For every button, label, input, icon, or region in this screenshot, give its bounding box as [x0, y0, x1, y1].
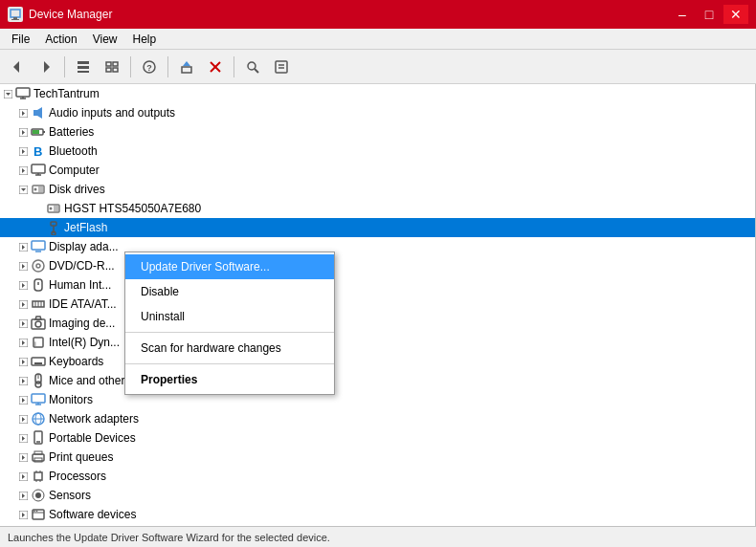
context-menu-disable[interactable]: Disable	[125, 279, 334, 304]
svg-marker-33	[22, 130, 25, 135]
help-button[interactable]: ?	[136, 54, 163, 80]
tree-item-jetflash[interactable]: JetFlash	[0, 218, 755, 237]
tree-item-techtantrum[interactable]: TechTantrum	[0, 84, 755, 103]
context-menu-properties[interactable]: Properties	[125, 367, 334, 392]
svg-marker-126	[22, 493, 25, 498]
tree-expander-intel[interactable]	[15, 333, 31, 352]
tree-item-dvdcd[interactable]: DVD/CD-R...	[0, 256, 755, 275]
tree-item-mice[interactable]: Mice and other pointing devices	[0, 371, 755, 390]
tree-expander-diskdrives[interactable]	[15, 180, 31, 199]
tree-expander-imagingde[interactable]	[15, 314, 31, 333]
svg-marker-95	[22, 379, 25, 383]
menu-view[interactable]: View	[85, 31, 125, 48]
tree-item-imagingde[interactable]: Imaging de...	[0, 314, 755, 333]
sensor-icon	[31, 488, 46, 503]
tree-expander-techtantrum[interactable]	[0, 84, 15, 103]
back-button[interactable]	[4, 54, 31, 80]
tree-label-monitors: Monitors	[49, 393, 93, 406]
context-menu-update-driver[interactable]: Update Driver Software...	[125, 254, 334, 279]
tree-item-hgst[interactable]: HGST HTS545050A7E680	[0, 199, 755, 218]
device-tree[interactable]: TechTantrumAudio inputs and outputsBatte…	[0, 84, 756, 526]
tree-expander-computer[interactable]	[15, 161, 31, 180]
bluetooth-icon: B	[31, 143, 46, 159]
tree-item-intel[interactable]: iIntel(R) Dyn...	[0, 333, 755, 352]
maximize-button[interactable]: □	[697, 5, 722, 24]
tree-expander-sound[interactable]	[15, 524, 31, 526]
tree-item-keyboards[interactable]: Keyboards	[0, 352, 755, 371]
tree-item-diskdrives[interactable]: Disk drives	[0, 180, 755, 199]
tree-expander-network[interactable]	[15, 409, 31, 428]
menu-file[interactable]: File	[4, 31, 37, 48]
svg-point-18	[248, 62, 256, 70]
disk2-icon	[46, 201, 61, 216]
tree-expander-ideata[interactable]	[15, 295, 31, 314]
svg-rect-1	[13, 17, 17, 19]
svg-marker-119	[22, 474, 25, 479]
tree-item-humanint[interactable]: Human Int...	[0, 275, 755, 295]
svg-rect-7	[78, 71, 89, 73]
tree-expander-humanint[interactable]	[15, 275, 31, 295]
menu-help[interactable]: Help	[125, 31, 165, 48]
tree-item-monitors[interactable]: Monitors	[0, 390, 755, 409]
tree-item-batteries[interactable]: Batteries	[0, 122, 755, 142]
svg-point-98	[35, 382, 41, 387]
tree-expander-dvdcd[interactable]	[15, 256, 31, 275]
tree-label-humanint: Human Int...	[49, 278, 111, 292]
forward-button[interactable]	[33, 54, 59, 80]
properties-toolbar-button[interactable]	[268, 54, 295, 80]
details-view-button[interactable]	[70, 54, 97, 80]
status-text: Launches the Update Driver Software Wiza…	[8, 532, 330, 543]
svg-marker-84	[22, 340, 25, 345]
tree-expander-mice[interactable]	[15, 371, 31, 390]
context-menu-scan[interactable]: Scan for hardware changes	[125, 336, 334, 361]
tree-expander-audio[interactable]	[15, 103, 31, 122]
scan-toolbar-button[interactable]	[239, 54, 266, 80]
tree-label-diskdrives: Disk drives	[49, 183, 105, 196]
uninstall-toolbar-button[interactable]	[202, 54, 229, 80]
tree-item-audio[interactable]: Audio inputs and outputs	[0, 103, 755, 122]
tree-expander-batteries[interactable]	[15, 122, 31, 142]
tree-item-computer[interactable]: Computer	[0, 161, 755, 180]
tree-item-sound[interactable]: Sound, video and game controllers	[0, 524, 755, 526]
tree-expander-keyboards[interactable]	[15, 352, 31, 371]
tree-label-computer: Computer	[49, 164, 100, 177]
tree-expander-software[interactable]	[15, 505, 31, 524]
tree-item-ideata[interactable]: IDE ATA/AT...	[0, 295, 755, 314]
svg-marker-114	[22, 455, 25, 460]
computer2-icon	[31, 163, 46, 178]
tree-item-printq[interactable]: Print queues	[0, 448, 755, 467]
tree-expander-bluetooth[interactable]	[15, 142, 31, 161]
tree-label-techtantrum: TechTantrum	[33, 87, 100, 100]
menu-action[interactable]: Action	[37, 31, 84, 48]
update-driver-toolbar-button[interactable]	[173, 54, 200, 80]
svg-point-53	[50, 208, 53, 210]
tree-label-software: Software devices	[49, 508, 136, 521]
dvd-icon	[31, 258, 46, 274]
tree-item-sensors[interactable]: Sensors	[0, 486, 755, 505]
resource-view-button[interactable]	[99, 54, 125, 80]
tree-expander-portable[interactable]	[15, 428, 31, 448]
tree-expander-processors[interactable]	[15, 467, 31, 486]
svg-rect-36	[33, 130, 39, 134]
close-button[interactable]: ✕	[723, 5, 748, 24]
tree-item-bluetooth[interactable]: BBluetooth	[0, 142, 755, 161]
title-bar-left: Device Manager	[8, 7, 112, 22]
tree-item-displayada[interactable]: Display ada...	[0, 237, 755, 256]
minimize-button[interactable]: –	[670, 5, 695, 24]
tree-expander-monitors[interactable]	[15, 390, 31, 409]
svg-marker-79	[22, 321, 25, 326]
tree-item-portable[interactable]: Portable Devices	[0, 428, 755, 448]
tree-label-jetflash: JetFlash	[64, 221, 107, 234]
tree-expander-displayada[interactable]	[15, 237, 31, 256]
tree-item-network[interactable]: Network adapters	[0, 409, 755, 428]
tree-item-processors[interactable]: Processors	[0, 467, 755, 486]
menu-bar: File Action View Help	[0, 29, 756, 50]
ide-icon	[31, 296, 46, 312]
tree-label-dvdcd: DVD/CD-R...	[49, 259, 115, 273]
svg-marker-65	[22, 264, 25, 269]
tree-expander-printq[interactable]	[15, 448, 31, 467]
tree-item-software[interactable]: Software devices	[0, 505, 755, 524]
context-menu-uninstall[interactable]: Uninstall	[125, 304, 334, 329]
svg-point-134	[36, 511, 38, 513]
tree-expander-sensors[interactable]	[15, 486, 31, 505]
